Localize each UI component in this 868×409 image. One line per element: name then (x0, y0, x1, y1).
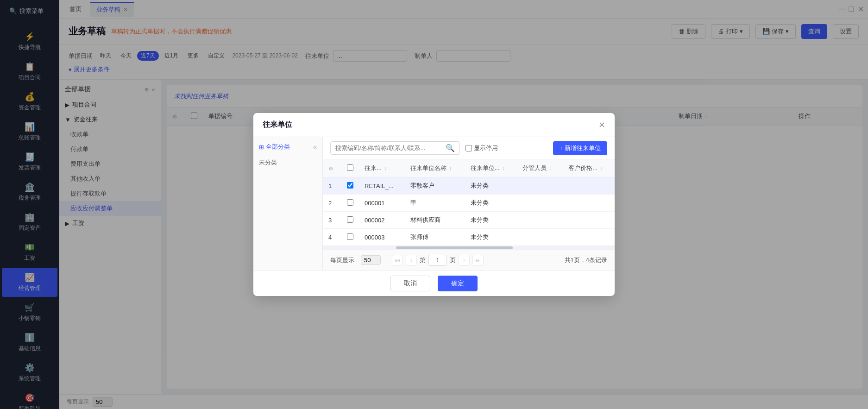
sales-sort-icon[interactable]: ↕ (549, 166, 551, 171)
first-page-button[interactable]: ⏮ (392, 255, 403, 266)
dialog-table-row[interactable]: 1 RETAIL_... 零散客户 未分类 (323, 177, 615, 195)
row-salesperson (517, 195, 563, 212)
price-sort-icon[interactable]: ↕ (600, 166, 603, 171)
dialog-col-price: 客户价格... ↕ (563, 159, 615, 177)
partner-dialog: 往来单位 ✕ ⊞ 全部分类 « 未分类 (253, 113, 615, 296)
prev-page-button[interactable]: ‹ (406, 255, 417, 266)
dialog-col-code: 往来... ↕ (359, 159, 405, 177)
dialog-select-all[interactable] (347, 164, 353, 171)
name-sort-icon[interactable]: ↕ (449, 166, 452, 171)
dialog-category-header: ⊞ 全部分类 « (253, 143, 322, 155)
show-disabled-text: 显示停用 (474, 144, 498, 152)
row-code: RETAIL_... (359, 177, 405, 195)
dialog-toolbar: 🔍 显示停用 + 新增往来单位 (323, 137, 615, 159)
dialog-close-button[interactable]: ✕ (598, 120, 605, 130)
page-suffix: 页 (450, 256, 456, 264)
row-check[interactable] (341, 229, 359, 246)
dialog-col-category: 往来单位... ↕ (465, 159, 517, 177)
next-page-button[interactable]: › (459, 255, 470, 266)
dialog-right-panel: 🔍 显示停用 + 新增往来单位 ⚙ (323, 137, 615, 270)
row-salesperson (517, 177, 563, 195)
row-price (563, 195, 615, 212)
row-category: 未分类 (465, 212, 517, 229)
dialog-search-box: 🔍 (330, 141, 460, 155)
dialog-pagination: 每页显示 50 ⏮ ‹ 第 页 › ⏭ 共1页，4条记录 (323, 250, 615, 270)
search-icon: 🔍 (446, 144, 455, 152)
dialog-body: ⊞ 全部分类 « 未分类 🔍 显示停用 (253, 137, 615, 270)
dialog-actions: 取消 确定 (253, 270, 615, 296)
modal-overlay: 往来单位 ✕ ⊞ 全部分类 « 未分类 (0, 0, 868, 409)
row-name: 零散客户 (405, 177, 465, 195)
cat-sort-icon[interactable]: ↕ (502, 166, 504, 171)
row-check[interactable] (341, 177, 359, 195)
last-page-button[interactable]: ⏭ (472, 255, 484, 266)
dialog-search-input[interactable] (335, 145, 443, 151)
row-settings: 1 (323, 177, 341, 195)
dialog-category-title: 全部分类 (266, 143, 290, 151)
confirm-button[interactable]: 确定 (438, 276, 478, 291)
show-disabled-checkbox[interactable] (465, 145, 472, 151)
pagination-info: 共1页，4条记录 (565, 256, 607, 264)
dialog-left-panel: ⊞ 全部分类 « 未分类 (253, 137, 323, 270)
dialog-table-row[interactable]: 3 000002 材料供应商 未分类 (323, 212, 615, 229)
row-settings: 3 (323, 212, 341, 229)
dialog-title: 往来单位 (263, 120, 292, 130)
dialog-category-unclassified[interactable]: 未分类 (253, 155, 322, 170)
page-number-input[interactable] (428, 255, 447, 266)
dialog-table-row[interactable]: 2 000001 甲 未分类 (323, 195, 615, 212)
grid-icon: ⊞ (259, 144, 264, 151)
per-page-label: 每页显示 (330, 256, 354, 264)
row-name: 张师傅 (405, 229, 465, 246)
dialog-table-row[interactable]: 4 000003 张师傅 未分类 (323, 229, 615, 246)
code-sort-icon[interactable]: ↕ (384, 166, 386, 171)
collapse-left-icon[interactable]: « (313, 143, 317, 151)
dialog-col-salesperson: 分管人员 ↕ (517, 159, 563, 177)
row-salesperson (517, 212, 563, 229)
row-check[interactable] (341, 212, 359, 229)
show-disabled-label[interactable]: 显示停用 (465, 144, 498, 152)
row-salesperson (517, 229, 563, 246)
cancel-button[interactable]: 取消 (390, 276, 430, 291)
row-code: 000001 (359, 195, 405, 212)
add-partner-button[interactable]: + 新增往来单位 (553, 141, 607, 155)
row-name: 甲 (405, 195, 465, 212)
row-name: 材料供应商 (405, 212, 465, 229)
row-price (563, 212, 615, 229)
row-category: 未分类 (465, 195, 517, 212)
page-label: 第 (420, 256, 426, 264)
scrollbar-thumb (396, 246, 513, 249)
row-code: 000003 (359, 229, 405, 246)
row-check[interactable] (341, 195, 359, 212)
row-price (563, 177, 615, 195)
row-settings: 2 (323, 195, 341, 212)
dialog-header: 往来单位 ✕ (253, 113, 615, 137)
dialog-table: ⚙ 往来... ↕ 往来单位名称 ↕ 往来单位... ↕ 分管人员 ↕ 客户价格… (323, 159, 615, 246)
dialog-per-page-select[interactable]: 50 (361, 255, 381, 265)
dialog-col-name: 往来单位名称 ↕ (405, 159, 465, 177)
row-settings: 4 (323, 229, 341, 246)
row-code: 000002 (359, 212, 405, 229)
dialog-table-wrap: ⚙ 往来... ↕ 往来单位名称 ↕ 往来单位... ↕ 分管人员 ↕ 客户价格… (323, 159, 615, 246)
row-category: 未分类 (465, 229, 517, 246)
row-price (563, 229, 615, 246)
row-category: 未分类 (465, 177, 517, 195)
horizontal-scrollbar[interactable] (323, 246, 615, 250)
dialog-settings-col-icon[interactable]: ⚙ (328, 165, 333, 172)
